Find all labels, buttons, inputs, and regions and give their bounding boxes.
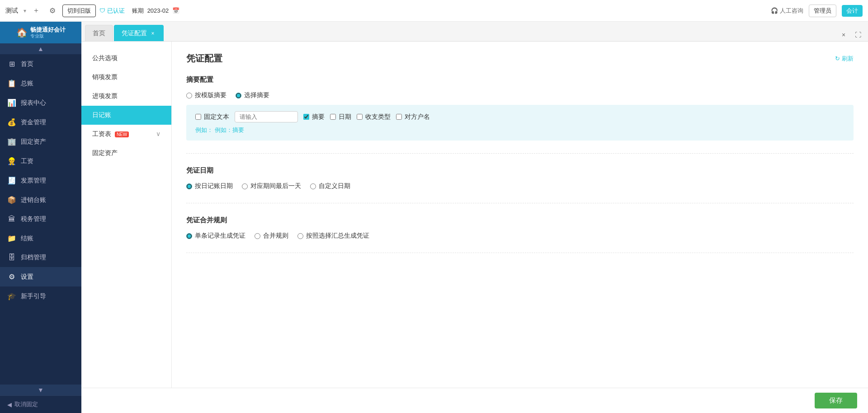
close-tab-btn[interactable]: × [837,28,850,41]
tab-bar: 首页 凭证配置 × × ⛶ [81,22,868,42]
refresh-btn[interactable]: ↻ 刷新 [835,55,854,63]
radio-custom-date-input[interactable] [310,183,316,189]
radio-period-last[interactable]: 对应期间最后一天 [242,182,301,190]
sidebar-item-sales[interactable]: 📦 进销台账 [0,190,81,210]
consult-btn[interactable]: 🎧 人工咨询 [771,7,803,15]
sales-icon: 📦 [7,196,16,204]
sidebar-item-close[interactable]: 📁 结账 [0,229,81,248]
account-btn[interactable]: 会计 [842,5,863,17]
sidebar-item-label: 归档管理 [21,253,46,262]
tab-home[interactable]: 首页 [85,25,113,41]
left-nav-payroll-table[interactable]: 工资表 NEW ∨ [81,125,171,144]
content-area: 首页 凭证配置 × × ⛶ 公共选项 销项发票 [81,22,868,413]
sidebar-item-guide[interactable]: 🎓 新手引导 [0,286,81,306]
left-nav-sales-invoice[interactable]: 销项发票 [81,68,171,87]
fullscreen-btn[interactable]: ⛶ [852,28,864,41]
sidebar-item-invoice[interactable]: 🧾 发票管理 [0,171,81,190]
top-bar-add-icon[interactable]: ＋ [30,5,42,17]
calendar-icon[interactable]: 📅 [172,7,179,14]
abstract-radio-group: 按模版摘要 选择摘要 [186,91,854,99]
sidebar-item-home[interactable]: ⊞ 首页 [0,54,81,74]
tab-voucher-config[interactable]: 凭证配置 × [114,25,164,41]
sidebar-item-label: 首页 [21,60,33,68]
checkbox-counterpart[interactable]: 对方户名 [396,113,430,121]
assets-icon: 🏢 [7,137,16,146]
pin-icon: ◀ [7,401,12,408]
admin-btn[interactable]: 管理员 [809,5,836,17]
sidebar-item-funds[interactable]: 💰 资金管理 [0,113,81,132]
tab-close-icon[interactable]: × [150,30,156,37]
sidebar-item-payroll[interactable]: 👷 工资 [0,151,81,171]
checkbox-date-input[interactable] [330,114,336,120]
period-info: 账期 2023-02 📅 [132,7,179,15]
panel-title: 凭证配置 [186,52,222,65]
date-section: 凭证日期 按日记账日期 对应期间最后一天 [186,166,854,203]
radio-select-abstract[interactable]: 选择摘要 [236,91,269,99]
radio-merge-rule-input[interactable] [255,233,260,239]
top-bar-project-name: 测试 [5,7,18,15]
radio-select-summary[interactable]: 按照选择汇总生成凭证 [297,232,369,240]
radio-journal-date-input[interactable] [186,183,192,189]
example-text: 例如： 例如：摘要 [195,126,844,134]
radio-merge-rule[interactable]: 合并规则 [255,232,288,240]
top-bar-settings-icon[interactable]: ⚙ [46,5,59,17]
checkbox-counterpart-input[interactable] [396,114,402,120]
sidebar-item-archive[interactable]: 🗄 归档管理 [0,248,81,267]
sidebar-scroll-down[interactable]: ▼ [0,385,81,395]
sidebar-item-label: 新手引导 [21,292,46,300]
settings-icon: ⚙ [7,272,16,281]
save-btn[interactable]: 保存 [815,393,857,408]
checkbox-abstract[interactable]: 摘要 [303,113,325,121]
top-bar-dropdown-icon[interactable]: ▾ [24,8,26,14]
sidebar-item-label: 发票管理 [21,177,46,185]
radio-select-summary-input[interactable] [297,233,303,239]
home-icon: ⊞ [7,60,16,68]
checkbox-fixed-text[interactable]: 固定文本 [195,113,229,121]
sidebar-item-label: 设置 [21,273,33,281]
checkbox-abstract-input[interactable] [303,114,309,120]
sidebar-item-settings[interactable]: ⚙ 设置 [0,267,81,286]
sidebar-item-assets[interactable]: 🏢 固定资产 [0,132,81,151]
left-nav-fixed-assets[interactable]: 固定资产 [81,144,171,163]
sidebar-cancel-pin[interactable]: ◀ 取消固定 [0,395,81,413]
tab-bar-right: × ⛶ [837,28,864,41]
invoice-icon: 🧾 [7,176,16,185]
ledger-icon: 📋 [7,79,16,88]
merge-section: 凭证合并规则 单条记录生成凭证 合并规则 [186,216,854,253]
switch-old-btn[interactable]: 切到旧版 [62,5,96,17]
radio-single-record[interactable]: 单条记录生成凭证 [186,232,245,240]
checkbox-pay-type-input[interactable] [357,114,363,120]
left-nav-public[interactable]: 公共选项 [81,49,171,68]
radio-select-abstract-input[interactable] [236,93,241,99]
sidebar-logo: 🏠 畅捷通好会计 专业版 [0,22,81,43]
fixed-text-input[interactable] [235,111,298,122]
abstract-section-title: 摘要配置 [186,75,854,84]
checkbox-pay-type[interactable]: 收支类型 [357,113,391,121]
tax-icon: 🏛 [7,215,16,223]
sidebar-item-tax[interactable]: 🏛 税务管理 [0,210,81,229]
radio-custom-date[interactable]: 自定义日期 [310,182,350,190]
abstract-sub-options: 固定文本 摘要 日期 [186,105,854,141]
left-nav-journal[interactable]: 日记账 [81,106,171,125]
payroll-icon: 👷 [7,157,16,165]
new-badge: NEW [115,131,129,137]
checkbox-date[interactable]: 日期 [330,113,351,121]
sidebar-item-label: 税务管理 [21,215,46,223]
left-nav-purchase-invoice[interactable]: 进项发票 [81,87,171,106]
sidebar-item-reports[interactable]: 📊 报表中心 [0,93,81,113]
sidebar: 🏠 畅捷通好会计 专业版 ▲ ⊞ 首页 📋 总账 📊 报表中心 💰 资金管理 [0,22,81,413]
radio-template-abstract-input[interactable] [186,93,192,99]
close-period-icon: 📁 [7,234,16,243]
abstract-options-row: 固定文本 摘要 日期 [195,111,844,122]
sidebar-item-ledger[interactable]: 📋 总账 [0,74,81,93]
sidebar-scroll-up[interactable]: ▲ [0,43,81,54]
checkbox-fixed-text-input[interactable] [195,114,201,120]
sidebar-item-label: 结账 [21,235,33,243]
radio-single-record-input[interactable] [186,233,192,239]
radio-journal-date[interactable]: 按日记账日期 [186,182,233,190]
sidebar-scroll: ⊞ 首页 📋 总账 📊 报表中心 💰 资金管理 🏢 固定资产 👷 工资 [0,54,81,385]
radio-template-abstract[interactable]: 按模版摘要 [186,91,226,99]
sidebar-item-label: 进销台账 [21,196,46,204]
radio-period-last-input[interactable] [242,183,248,189]
sidebar-item-label: 资金管理 [21,118,46,127]
